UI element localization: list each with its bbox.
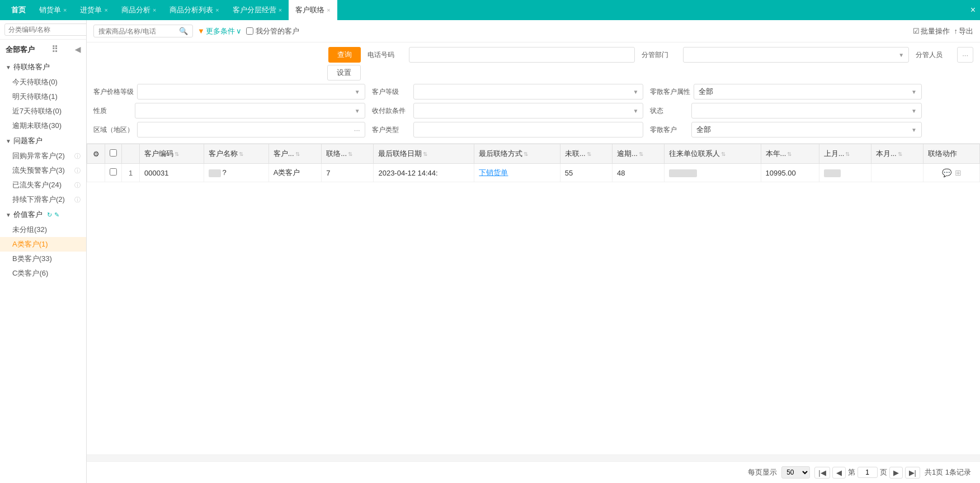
retail-attr-select[interactable]: 全部 ▼ xyxy=(694,84,922,100)
tab-analysis-list-close[interactable]: × xyxy=(215,0,219,20)
retail-attr-value: 全部 xyxy=(699,87,713,97)
col-seq xyxy=(122,144,140,164)
col-customer-name[interactable]: 客户名称⇅ xyxy=(204,144,268,164)
col-customer-code[interactable]: 客户编码⇅ xyxy=(140,144,204,164)
prev-page-button[interactable]: ◀ xyxy=(832,467,846,479)
col-check[interactable] xyxy=(105,144,122,164)
per-page-select[interactable]: 50 100 200 xyxy=(781,466,810,479)
status-select[interactable]: ▼ xyxy=(691,103,922,119)
filter-row-1: 电话号码 分管部门 ▼ 分管人员 ··· xyxy=(93,47,973,80)
7days-label: 近7天待联络(0) xyxy=(12,106,81,116)
nav-tab-analysis[interactable]: 商品分析 × xyxy=(115,0,163,20)
payment-select[interactable]: ▼ xyxy=(413,103,644,119)
qr-icon[interactable]: ⊞ xyxy=(955,168,962,177)
sidebar-item-unclassified[interactable]: 未分组(32) xyxy=(0,222,86,237)
col-this-month[interactable]: 本月...⇅ xyxy=(871,144,923,164)
sidebar-item-tomorrow[interactable]: 明天待联络(1) xyxy=(0,89,86,104)
sidebar-item-churned[interactable]: 已流失客户(24) ⓘ xyxy=(0,178,86,192)
dept-select[interactable]: ▼ xyxy=(683,47,909,63)
manager-input[interactable]: ··· xyxy=(957,47,973,63)
tab-customer-seg-close[interactable]: × xyxy=(279,0,282,20)
col-last-month[interactable]: 上月...⇅ xyxy=(819,144,871,164)
sidebar-item-7days[interactable]: 近7天待联络(0) xyxy=(0,104,86,119)
tab-purchase-close[interactable]: × xyxy=(104,0,107,20)
sidebar-item-abnormal[interactable]: 回购异常客户(2) ⓘ xyxy=(0,149,86,163)
nav-tab-customer-contact[interactable]: 客户联络 × xyxy=(289,0,337,20)
my-customers-checkbox-label[interactable]: 我分管的客户 xyxy=(246,26,299,36)
first-page-button[interactable]: |◀ xyxy=(814,467,830,479)
sidebar-item-churn-warning[interactable]: 流失预警客户(3) ⓘ xyxy=(0,163,86,178)
col-settings[interactable]: ⚙ xyxy=(87,144,105,164)
edit-icon[interactable]: ✎ xyxy=(54,211,59,219)
row-last-contact-method[interactable]: 下销货单 xyxy=(474,164,560,182)
chat-icon[interactable]: 💬 xyxy=(942,168,951,177)
close-app-button[interactable]: × xyxy=(970,5,976,15)
row-check[interactable] xyxy=(105,164,122,182)
sidebar-search-area: 🔍 xyxy=(0,20,86,40)
col-last-contact-date[interactable]: 最后联络日期⇅ xyxy=(374,144,474,164)
sidebar-group-problem-title[interactable]: ▼ 问题客户 xyxy=(0,133,86,149)
batch-operation-button[interactable]: ☑ 批量操作 xyxy=(913,26,950,36)
churned-label: 已流失客户(24) xyxy=(12,180,74,190)
sidebar-item-class-a[interactable]: A类客户(1) xyxy=(0,237,86,252)
col-last-contact-method[interactable]: 最后联络方式⇅ xyxy=(474,144,560,164)
my-customers-checkbox[interactable] xyxy=(246,27,253,35)
filter-dept: 分管部门 ▼ xyxy=(642,47,909,63)
select-all-checkbox[interactable] xyxy=(110,149,117,157)
sidebar-item-class-b[interactable]: B类客户(33) xyxy=(0,252,86,266)
col-not-contacted[interactable]: 未联...⇅ xyxy=(560,144,612,164)
retail-select[interactable]: 全部 ▼ xyxy=(691,122,922,138)
table-settings-icon[interactable]: ⚙ xyxy=(93,150,100,158)
status-label: 状态 xyxy=(650,106,688,116)
col-this-year[interactable]: 本年...⇅ xyxy=(761,144,819,164)
horizontal-scrollbar[interactable] xyxy=(87,454,980,461)
tab-customer-contact-close[interactable]: × xyxy=(327,0,330,20)
customer-type-input[interactable] xyxy=(413,122,644,138)
sidebar-item-declining[interactable]: 持续下滑客户(2) ⓘ xyxy=(0,192,86,207)
customer-grade-select[interactable]: ▼ xyxy=(413,84,644,100)
col-overdue[interactable]: 逾期...⇅ xyxy=(613,144,665,164)
sidebar-all-customers[interactable]: 全部客户 ⠿ ◀ xyxy=(0,40,86,59)
advanced-filter-area: 电话号码 分管部门 ▼ 分管人员 ··· xyxy=(87,42,980,144)
col-contact-count[interactable]: 联络...⇅ xyxy=(322,144,374,164)
more-filters-button[interactable]: ▼ 更多条件 ∨ xyxy=(197,26,242,36)
sidebar-group-value-title[interactable]: ▼ 价值客户 ↻ ✎ xyxy=(0,207,86,222)
price-grade-select[interactable]: ▼ xyxy=(137,84,365,100)
contact-method-link[interactable]: 下销货单 xyxy=(479,168,508,177)
nav-tab-analysis-list[interactable]: 商品分析列表 × xyxy=(163,0,225,20)
sidebar-item-class-c[interactable]: C类客户(6) xyxy=(0,266,86,281)
next-page-button[interactable]: ▶ xyxy=(889,467,903,479)
row-name[interactable]: ? xyxy=(204,164,268,182)
filter-retail: 零散客户 全部 ▼ xyxy=(650,122,922,138)
sidebar-search-input[interactable] xyxy=(4,23,87,36)
col-contact-person[interactable]: 往来单位联系人⇅ xyxy=(665,144,761,164)
nature-select[interactable]: ▼ xyxy=(135,103,365,119)
nav-home[interactable]: 首页 xyxy=(4,0,32,20)
nav-tab-purchase[interactable]: 进货单 × xyxy=(73,0,114,20)
sidebar-group-pending-title[interactable]: ▼ 待联络客户 xyxy=(0,59,86,75)
sidebar-collapse-icon[interactable]: ◀ xyxy=(75,45,81,54)
region-input[interactable]: ··· xyxy=(137,122,365,138)
sort-icon-not-contacted: ⇅ xyxy=(587,151,591,157)
info-icon-4: ⓘ xyxy=(74,196,81,204)
row-checkbox[interactable] xyxy=(110,168,117,176)
main-search-icon[interactable]: 🔍 xyxy=(179,27,188,35)
settings-button[interactable]: 设置 xyxy=(327,65,361,80)
query-button[interactable]: 查询 xyxy=(328,47,361,63)
export-button[interactable]: ↑ 导出 xyxy=(954,26,974,36)
main-search-input[interactable] xyxy=(98,27,177,35)
col-customer-grade[interactable]: 客户...⇅ xyxy=(268,144,321,164)
last-page-button[interactable]: ▶| xyxy=(905,467,920,479)
customer-grade-arrow: ▼ xyxy=(633,89,638,95)
page-number-input[interactable] xyxy=(858,467,878,478)
refresh-icon[interactable]: ↻ xyxy=(47,211,52,219)
nav-tab-customer-seg[interactable]: 客户分层经营 × xyxy=(226,0,289,20)
sidebar-item-today[interactable]: 今天待联络(0) xyxy=(0,75,86,89)
manager-label: 分管人员 xyxy=(916,50,954,60)
phone-input[interactable] xyxy=(409,47,635,63)
tab-analysis-close[interactable]: × xyxy=(153,0,156,20)
sidebar-item-overdue[interactable]: 逾期未联络(30) xyxy=(0,119,86,133)
row-code[interactable]: 000031 xyxy=(140,164,204,182)
tab-sales-close[interactable]: × xyxy=(63,0,67,20)
nav-tab-sales[interactable]: 销货单 × xyxy=(32,0,73,20)
